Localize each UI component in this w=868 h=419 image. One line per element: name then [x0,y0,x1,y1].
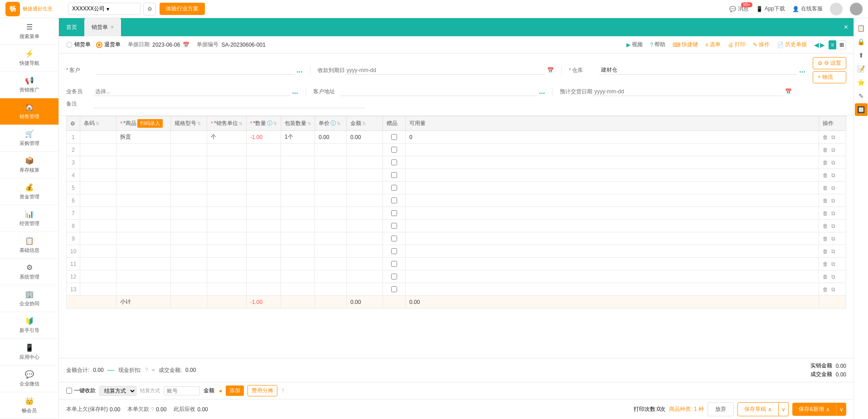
copy-icon[interactable]: ⧉ [831,274,835,280]
salesperson-ellipsis-button[interactable]: ... [292,87,298,96]
tab-close-icon[interactable]: × [111,24,114,30]
logistics-action-button[interactable]: + 物流 [813,71,846,83]
gift-checkbox[interactable] [391,159,397,165]
list-view-button[interactable]: ≡ [829,40,836,49]
order-short-help-icon[interactable]: ? [151,406,154,413]
right-bar-star-button[interactable]: ⭐ [855,76,868,89]
settings-icon[interactable]: ⚙ [143,3,156,15]
row-gift[interactable] [383,182,406,194]
sidebar-item-wechat[interactable]: 💬 企业微信 [0,366,58,392]
tab-home[interactable]: 首页 [59,18,84,36]
close-all-tabs-button[interactable]: × [844,23,848,31]
trial-button[interactable]: 体验行业方案 [160,3,205,15]
copy-icon[interactable]: ⧉ [831,159,835,166]
right-bar-clipboard-button[interactable]: 📋 [855,22,868,34]
row-product[interactable] [116,245,171,258]
gift-checkbox[interactable] [391,147,397,153]
row-gift[interactable] [383,156,406,169]
copy-icon[interactable]: ⧉ [831,147,835,153]
row-gift[interactable] [383,194,406,207]
delete-icon[interactable]: 🗑 [823,248,828,255]
copy-icon[interactable]: ⧉ [831,172,835,178]
copy-icon[interactable]: ⧉ [831,134,835,140]
gift-checkbox[interactable] [391,286,397,292]
th-settings[interactable]: ⚙ [67,116,80,131]
sidebar-item-finance[interactable]: 💰 资金管理 [0,178,58,205]
note-input[interactable] [93,100,365,108]
row-gift[interactable] [383,144,406,156]
right-bar-edit-button[interactable]: 📝 [855,63,868,75]
delete-icon[interactable]: 🗑 [823,261,828,267]
row-product[interactable] [116,232,171,245]
help-discount-icon[interactable]: ? [145,367,148,373]
customer-ellipsis-button[interactable]: ... [296,66,302,74]
sidebar-item-purchase[interactable]: 🛒 采购管理 [0,125,58,152]
delivery-date-input[interactable] [592,87,783,96]
delete-icon[interactable]: 🗑 [823,274,828,280]
abandon-button[interactable]: 放弃 [708,402,734,416]
delivery-date-calendar-icon[interactable]: 📅 [785,88,792,95]
row-product[interactable] [116,182,171,194]
delete-icon[interactable]: 🗑 [823,223,828,229]
sidebar-item-member[interactable]: 👑 畅会员 [0,392,58,419]
payment-checkbox[interactable] [66,388,72,394]
row-product[interactable] [116,270,171,283]
delete-icon[interactable]: 🗑 [823,147,828,153]
row-product[interactable] [116,258,171,270]
shortcut-button[interactable]: ⌨ 快捷键 [671,40,700,49]
sidebar-item-quick-nav[interactable]: ⚡ 快捷导航 [0,45,58,72]
fee-help-icon[interactable]: ? [281,388,284,394]
avatar[interactable] [830,3,843,15]
grid-view-button[interactable]: ⊞ [837,40,846,49]
tab-sales-order[interactable]: 销货单 × [84,18,121,36]
row-gift[interactable] [383,207,406,220]
radio-sales-order[interactable]: 销货单 [66,41,91,48]
video-button[interactable]: ▶ 视频 [625,40,645,49]
payment-due-input[interactable] [345,66,546,75]
gift-checkbox[interactable] [391,236,397,241]
gift-checkbox[interactable] [391,134,397,140]
save-draft-button[interactable]: 保存草稿 ∧ [737,402,779,416]
row-gift[interactable] [383,220,406,232]
warehouse-ellipsis-button[interactable]: ... [799,66,805,74]
gift-checkbox[interactable] [391,248,397,254]
row-gift[interactable] [383,245,406,258]
customer-address-input[interactable] [340,87,537,96]
sidebar-item-system[interactable]: ⚙ 系统管理 [0,259,58,285]
payment-due-calendar-icon[interactable]: 📅 [547,67,554,73]
gift-checkbox[interactable] [391,261,397,267]
sidebar-item-search[interactable]: ☰ 搜索菜单 [0,18,58,45]
delete-icon[interactable]: 🗑 [823,210,828,217]
copy-icon[interactable]: ⧉ [831,223,835,229]
delete-icon[interactable]: 🗑 [823,185,828,191]
sidebar-item-sales[interactable]: 🏠 销售管理 [0,98,58,125]
delete-icon[interactable]: 🗑 [823,197,828,204]
row-product[interactable] [116,194,171,207]
gift-checkbox[interactable] [391,210,397,216]
settings-action-button[interactable]: ⚙ ⚙ 设置 [813,57,846,69]
avatar2[interactable] [850,3,863,15]
row-gift[interactable] [383,270,406,283]
account-input[interactable] [164,386,200,395]
delete-icon[interactable]: 🗑 [823,134,828,140]
salesperson-input[interactable] [93,87,290,96]
row-gift[interactable] [383,232,406,245]
row-gift[interactable] [383,131,406,144]
copy-icon[interactable]: ⧉ [831,197,835,204]
sidebar-item-basic-info[interactable]: 📋 基础信息 [0,232,58,259]
right-bar-lock-button[interactable]: 🔒 [855,35,868,48]
gift-checkbox[interactable] [391,223,397,229]
row-gift[interactable] [383,283,406,296]
right-bar-pencil-button[interactable]: ✎ [855,90,868,102]
save-new-button[interactable]: 保存&新增 ∧ [792,403,836,416]
customer-input[interactable] [97,66,295,75]
warehouse-input[interactable] [599,66,798,75]
print-button[interactable]: 🖨 打印 [726,40,747,49]
sidebar-item-enterprise[interactable]: 🏢 企业协同 [0,285,58,312]
scan-button[interactable]: 扫码录入 [137,119,163,128]
operation-button[interactable]: ✎ 操作 [751,40,771,49]
row-product[interactable] [116,283,171,296]
sidebar-item-marketing[interactable]: 📢 营销推广 [0,72,58,98]
help-button[interactable]: ? 帮助 [648,40,667,49]
select-order-button[interactable]: ≡ 选单 [703,40,723,49]
